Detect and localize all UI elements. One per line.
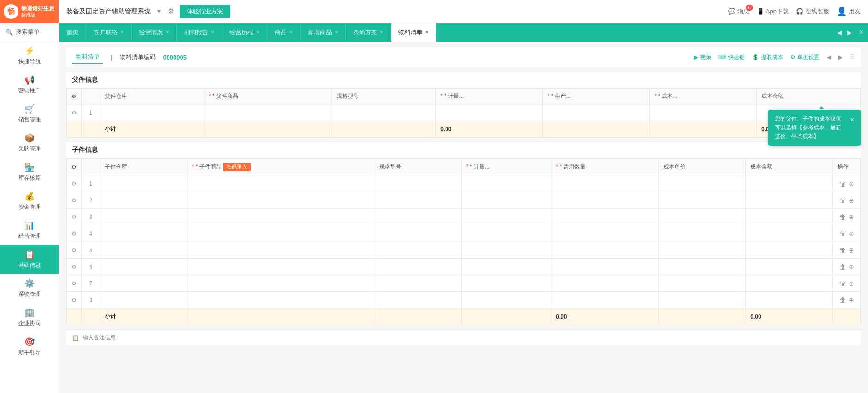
child-row5-spec[interactable] bbox=[374, 242, 462, 259]
delete-row8-icon[interactable]: 🗑 bbox=[839, 296, 846, 304]
copy-row7-icon[interactable]: ⊕ bbox=[849, 280, 854, 287]
child-row7-product[interactable] bbox=[187, 275, 374, 292]
sidebar-item-basic-info[interactable]: 📋 基础信息 bbox=[0, 245, 59, 274]
sidebar-item-inventory[interactable]: 🏪 库存核算 bbox=[0, 157, 59, 187]
copy-row2-icon[interactable]: ⊕ bbox=[849, 197, 854, 204]
delete-row5-icon[interactable]: 🗑 bbox=[839, 247, 846, 254]
delete-row7-icon[interactable]: 🗑 bbox=[839, 280, 846, 287]
parent-row1-spec[interactable] bbox=[332, 104, 436, 121]
tab-history-close[interactable]: × bbox=[256, 29, 259, 36]
copy-row1-icon[interactable]: ⊕ bbox=[849, 180, 854, 187]
child-row6-unit[interactable] bbox=[461, 259, 551, 275]
child-row2-unit[interactable] bbox=[461, 192, 551, 209]
tab-new-goods[interactable]: 新增商品 × bbox=[301, 23, 346, 42]
nav-next-arrow[interactable]: ▶ bbox=[844, 29, 855, 36]
child-row2-spec[interactable] bbox=[374, 192, 462, 209]
child-row5-unit[interactable] bbox=[461, 242, 551, 259]
child-row1-qty[interactable] bbox=[551, 175, 658, 192]
child-row4-settings[interactable]: ⚙ bbox=[67, 225, 82, 242]
page-tab-bom[interactable]: 物料清单 bbox=[72, 51, 103, 64]
nav-prev-page[interactable]: ◀ bbox=[827, 54, 831, 60]
nav-next-page[interactable]: ▶ bbox=[838, 54, 843, 60]
scan-button[interactable]: 扫码录入 bbox=[223, 163, 251, 171]
child-row3-unit[interactable] bbox=[461, 209, 551, 225]
tab-bom[interactable]: 物料清单 × bbox=[391, 23, 436, 42]
child-row5-settings[interactable]: ⚙ bbox=[67, 242, 82, 259]
tab-new-goods-close[interactable]: × bbox=[335, 29, 338, 36]
message-button[interactable]: 💬 消息 6 bbox=[728, 7, 749, 16]
parent-row1-unit[interactable] bbox=[436, 104, 543, 121]
parent-row1-cost[interactable] bbox=[650, 104, 757, 121]
copy-row3-icon[interactable]: ⊕ bbox=[849, 213, 854, 221]
child-col-settings[interactable]: ⚙ bbox=[67, 159, 82, 175]
child-row4-unit[interactable] bbox=[461, 225, 551, 242]
tab-history[interactable]: 经营历程 × bbox=[222, 23, 267, 42]
sidebar-item-system[interactable]: ⚙️ 系统管理 bbox=[0, 274, 59, 303]
parent-col-settings[interactable]: ⚙ bbox=[67, 89, 82, 104]
nav-prev-arrow[interactable]: ◀ bbox=[834, 29, 844, 36]
tab-bom-close[interactable]: × bbox=[425, 29, 428, 36]
sidebar-item-sales[interactable]: 🛒 销售管理 bbox=[0, 99, 59, 128]
child-row2-unit-price[interactable] bbox=[658, 192, 746, 209]
delete-row6-icon[interactable]: 🗑 bbox=[839, 263, 846, 271]
tab-goods-close[interactable]: × bbox=[289, 29, 293, 36]
sidebar-item-guide[interactable]: 🎯 新手引导 bbox=[0, 332, 59, 361]
tab-customer[interactable]: 客户联络 × bbox=[86, 23, 132, 42]
child-row7-warehouse[interactable] bbox=[100, 275, 187, 292]
child-row1-amount[interactable] bbox=[746, 175, 833, 192]
child-row6-unit-price[interactable] bbox=[658, 259, 746, 275]
child-row4-product[interactable] bbox=[187, 225, 374, 242]
child-row6-settings[interactable]: ⚙ bbox=[67, 259, 82, 275]
tab-barcode-close[interactable]: × bbox=[380, 29, 383, 36]
extract-cost-action[interactable]: 💲 提取成本 bbox=[752, 54, 783, 61]
tooltip-close-button[interactable]: × bbox=[850, 115, 854, 125]
child-row8-spec[interactable] bbox=[374, 292, 462, 308]
child-row7-unit-price[interactable] bbox=[658, 275, 746, 292]
copy-row4-icon[interactable]: ⊕ bbox=[849, 230, 854, 237]
child-row3-spec[interactable] bbox=[374, 209, 462, 225]
copy-row8-icon[interactable]: ⊕ bbox=[849, 296, 854, 304]
single-settings-action[interactable]: ⚙ 单据设置 bbox=[790, 54, 820, 61]
child-row1-unit-price[interactable] bbox=[658, 175, 746, 192]
delete-row3-icon[interactable]: 🗑 bbox=[839, 213, 846, 221]
child-row8-qty[interactable] bbox=[551, 292, 658, 308]
child-row8-amount[interactable] bbox=[746, 292, 833, 308]
tab-business[interactable]: 经营情况 × bbox=[132, 23, 177, 42]
sidebar-item-purchase[interactable]: 📦 采购管理 bbox=[0, 128, 59, 157]
child-row8-settings[interactable]: ⚙ bbox=[67, 292, 82, 308]
sidebar-item-marketing[interactable]: 📢 营销推广 bbox=[0, 70, 59, 99]
tab-barcode[interactable]: 条码方案 × bbox=[346, 23, 391, 42]
child-row8-unit-price[interactable] bbox=[658, 292, 746, 308]
tab-business-close[interactable]: × bbox=[166, 29, 169, 36]
child-row8-product[interactable] bbox=[187, 292, 374, 308]
child-row6-product[interactable] bbox=[187, 259, 374, 275]
child-row3-amount[interactable] bbox=[746, 209, 833, 225]
child-row8-unit[interactable] bbox=[461, 292, 551, 308]
child-row2-settings[interactable]: ⚙ bbox=[67, 192, 82, 209]
child-row5-unit-price[interactable] bbox=[658, 242, 746, 259]
child-row7-amount[interactable] bbox=[746, 275, 833, 292]
parent-row1-warehouse[interactable] bbox=[100, 104, 204, 121]
sidebar-item-quick-nav[interactable]: ⚡ 快捷导航 bbox=[0, 41, 59, 70]
child-row2-warehouse[interactable] bbox=[100, 192, 187, 209]
copy-row5-icon[interactable]: ⊕ bbox=[849, 247, 854, 254]
child-row6-qty[interactable] bbox=[551, 259, 658, 275]
tab-profit-close[interactable]: × bbox=[211, 29, 214, 36]
child-row1-product[interactable] bbox=[187, 175, 374, 192]
trial-button[interactable]: 体验行业方案 bbox=[180, 5, 230, 18]
child-row6-amount[interactable] bbox=[746, 259, 833, 275]
child-row4-qty[interactable] bbox=[551, 225, 658, 242]
child-row2-amount[interactable] bbox=[746, 192, 833, 209]
child-row5-warehouse[interactable] bbox=[100, 242, 187, 259]
parent-row1-product[interactable] bbox=[204, 104, 332, 121]
user-menu[interactable]: 👤 用友 bbox=[837, 6, 861, 17]
tab-goods[interactable]: 商品 × bbox=[267, 23, 301, 42]
shortcut-action[interactable]: ⌨ 快捷键 bbox=[718, 54, 745, 61]
sidebar-search[interactable]: 🔍 搜索菜单 bbox=[0, 23, 59, 41]
list-view-icon[interactable]: ☰ bbox=[850, 54, 855, 60]
child-row7-settings[interactable]: ⚙ bbox=[67, 275, 82, 292]
child-row1-warehouse[interactable] bbox=[100, 175, 187, 192]
child-row3-settings[interactable]: ⚙ bbox=[67, 209, 82, 225]
child-row7-qty[interactable] bbox=[551, 275, 658, 292]
view-action[interactable]: ▶ 视频 bbox=[694, 54, 711, 61]
